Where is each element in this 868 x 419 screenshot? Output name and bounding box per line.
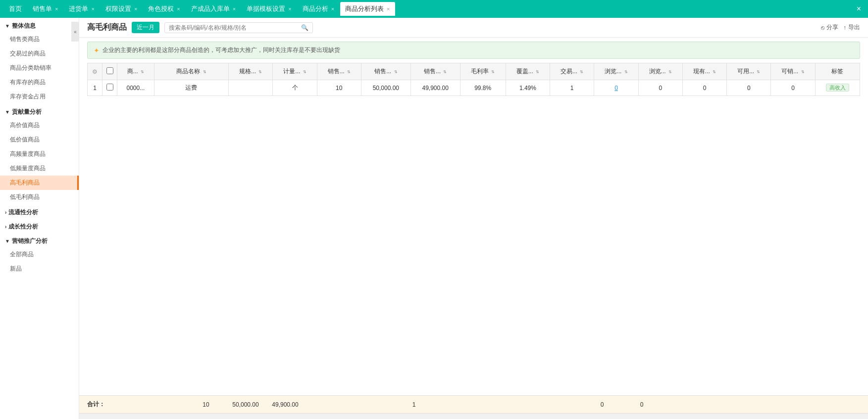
th-saleable[interactable]: 可销... ⇅ [771,63,815,80]
nav-tab-analysis-list[interactable]: 商品分析列表 × [340,2,395,16]
close-analysis-tab[interactable]: × [331,6,334,12]
export-button[interactable]: ↑ 导出 [843,23,860,32]
sort-browse2-icon: ⇅ [668,70,672,74]
th-spec[interactable]: 规格... ⇅ [229,63,273,80]
th-settings[interactable]: ⚙ [88,63,102,80]
footer-sale-qty: 10 [186,399,226,410]
td-name: 运费 [154,80,228,96]
sidebar-group-contribution[interactable]: ▼ 贡献量分析 [0,104,79,118]
th-unit[interactable]: 计量... ⇅ [273,63,317,80]
bottom-scrollbar[interactable] [79,413,868,419]
footer-sale-profit: 49,900.00 [265,399,305,410]
th-browse1[interactable]: 浏览... ⇅ [594,63,638,80]
td-tag: 高收入 [815,80,860,96]
sidebar-collapse-btn[interactable]: « [71,22,79,42]
sidebar-item-high-freq[interactable]: 高频量度商品 [0,147,79,161]
share-button[interactable]: ⎋ 分享 [821,23,838,32]
content-area: 高毛利商品 近一月 🔍 ⎋ 分享 ↑ 导出 ✦ 企业的主要的利润都是这部分商品创… [79,18,868,419]
settings-icon: ⚙ [92,68,98,75]
th-sale-profit[interactable]: 销售... ⇅ [410,63,460,80]
table-row: 1 0000... 运费 个 10 50,000.00 49,900.00 99… [88,80,860,96]
th-code[interactable]: 商... ⇅ [117,63,154,80]
row-checkbox[interactable] [106,84,113,91]
sidebar-group-liquidity[interactable]: › 流通性分析 [0,204,79,219]
sidebar-item-stock-capital[interactable]: 库存资金占用 [0,90,79,104]
nav-tab-permission[interactable]: 权限设置 × [101,2,142,16]
sort-current-icon: ⇅ [713,70,716,74]
group-arrow-growth: › [5,224,6,230]
th-name[interactable]: 商品名称 ⇅ [154,63,228,80]
sort-unit-icon: ⇅ [303,70,306,74]
td-browse1[interactable]: 0 [594,80,638,96]
info-banner: ✦ 企业的主要的利润都是这部分商品创造的，可考虑加大推广，同时关注库存是不要出现… [87,42,860,59]
nav-tab-role[interactable]: 角色授权 × [143,2,185,16]
th-sale-amount[interactable]: 销售... ⇅ [361,63,410,80]
sort-available-icon: ⇅ [757,70,760,74]
sidebar-item-new-goods[interactable]: 新品 [0,262,79,276]
td-unit: 个 [273,80,317,96]
sidebar-item-traded-goods[interactable]: 交易过的商品 [0,47,79,61]
th-coverage[interactable]: 覆盖... ⇅ [506,63,550,80]
sidebar-item-low-margin[interactable]: 低毛利商品 [0,190,79,204]
sort-trade-icon: ⇅ [580,70,583,74]
close-sales-tab[interactable]: × [55,6,58,12]
nav-tab-home[interactable]: 首页 [4,2,27,16]
group-arrow-contribution: ▼ [5,109,10,115]
sidebar-group-marketing[interactable]: ▼ 营销推广分析 [0,233,79,247]
sidebar-group-overview[interactable]: ▼ 整体信息 [0,18,79,32]
period-button[interactable]: 近一月 [132,22,159,33]
content-header: 高毛利商品 近一月 🔍 ⎋ 分享 ↑ 导出 [79,18,868,38]
nav-tab-production[interactable]: 产成品入库单 × [186,2,241,16]
td-browse2: 0 [638,80,682,96]
td-available: 0 [727,80,771,96]
sidebar-item-high-value[interactable]: 高价值商品 [0,118,79,133]
sidebar-item-high-margin[interactable]: 高毛利商品 [0,176,79,190]
footer-cells: 10 50,000.00 49,900.00 1 0 0 [186,399,662,410]
close-permission-tab[interactable]: × [134,6,137,12]
sidebar-item-low-value[interactable]: 低价值商品 [0,133,79,147]
footer-total: 合计： 10 50,000.00 49,900.00 1 0 0 [79,395,868,413]
th-sale-qty[interactable]: 销售... ⇅ [317,63,361,80]
th-checkbox[interactable] [102,63,117,80]
close-production-tab[interactable]: × [233,6,236,12]
sidebar-item-all-goods[interactable]: 全部商品 [0,247,79,262]
nav-tab-purchase[interactable]: 进货单 × [64,2,99,16]
nav-tab-analysis[interactable]: 商品分析 × [298,2,339,16]
th-current[interactable]: 现有... ⇅ [682,63,726,80]
th-tag[interactable]: 标签 [815,63,860,80]
td-current: 0 [682,80,726,96]
th-trade[interactable]: 交易... ⇅ [550,63,594,80]
main-layout: « ▼ 整体信息 销售类商品 交易过的商品 商品分类助销率 有库存的商品 库存资… [0,18,868,419]
footer-trade: 1 [394,399,434,410]
sort-grossrate-icon: ⇅ [491,70,495,74]
select-all-checkbox[interactable] [106,67,113,74]
th-browse2[interactable]: 浏览... ⇅ [638,63,682,80]
close-template-tab[interactable]: × [288,6,291,12]
sidebar-item-low-freq[interactable]: 低频量度商品 [0,161,79,176]
td-checkbox[interactable] [102,80,117,96]
tag-badge: 高收入 [826,84,849,92]
sidebar-item-in-stock[interactable]: 有库存的商品 [0,75,79,90]
search-icon[interactable]: 🔍 [301,24,308,31]
close-role-tab[interactable]: × [177,6,180,12]
info-message: 企业的主要的利润都是这部分商品创造的，可考虑加大推广，同时关注库存是不要出现缺货 [102,46,340,54]
th-available[interactable]: 可用... ⇅ [727,63,771,80]
sort-browse1-icon: ⇅ [624,70,628,74]
td-spec [229,80,273,96]
footer-label: 合计： [87,400,186,409]
close-purchase-tab[interactable]: × [91,6,94,12]
sidebar-item-category-rate[interactable]: 商品分类助销率 [0,61,79,75]
search-input[interactable] [169,24,299,31]
sidebar-item-sales-goods[interactable]: 销售类商品 [0,32,79,47]
top-nav: 首页 销售单 × 进货单 × 权限设置 × 角色授权 × 产成品入库单 × 单据… [0,0,868,18]
sort-coverage-icon: ⇅ [536,70,539,74]
td-code[interactable]: 0000... [117,80,154,96]
footer-current: 0 [582,399,622,410]
th-gross-rate[interactable]: 毛利率 ⇅ [460,63,506,80]
nav-tab-template[interactable]: 单据模板设置 × [242,2,296,16]
nav-tab-sales[interactable]: 销售单 × [28,2,63,16]
share-icon: ⎋ [821,24,824,31]
nav-window-close[interactable]: × [854,4,864,13]
close-analysis-list-tab[interactable]: × [387,6,390,12]
sidebar-group-growth[interactable]: › 成长性分析 [0,219,79,233]
